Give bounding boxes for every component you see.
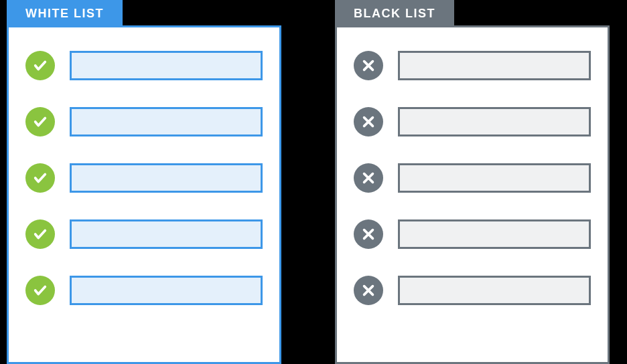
entry-slot: [70, 219, 263, 249]
cross-icon: [354, 51, 383, 80]
black-list-card: [335, 25, 610, 364]
list-item: [354, 276, 591, 305]
list-item: [25, 107, 263, 136]
black-list-tab: BLACK LIST: [335, 0, 454, 27]
entry-slot: [398, 276, 591, 305]
list-item: [25, 276, 263, 305]
white-list-card: [7, 25, 281, 364]
list-item: [354, 107, 591, 136]
black-list-title: BLACK LIST: [354, 7, 435, 20]
entry-slot: [398, 51, 591, 80]
cross-icon: [354, 107, 383, 136]
list-item: [354, 219, 591, 249]
diagram-container: WHITE LIST: [0, 0, 627, 364]
entry-slot: [398, 219, 591, 249]
check-icon: [25, 51, 55, 80]
check-icon: [25, 107, 55, 136]
white-list-title: WHITE LIST: [25, 7, 104, 20]
white-list-panel: WHITE LIST: [7, 0, 281, 364]
cross-icon: [354, 276, 383, 305]
check-icon: [25, 276, 55, 305]
entry-slot: [70, 276, 263, 305]
black-list-panel: BLACK LIST: [335, 0, 610, 364]
entry-slot: [398, 107, 591, 136]
list-item: [354, 51, 591, 80]
cross-icon: [354, 163, 383, 193]
check-icon: [25, 219, 55, 249]
list-item: [25, 51, 263, 80]
white-list-tab: WHITE LIST: [7, 0, 123, 27]
list-item: [25, 163, 263, 193]
entry-slot: [70, 51, 263, 80]
check-icon: [25, 163, 55, 193]
entry-slot: [70, 107, 263, 136]
list-item: [25, 219, 263, 249]
entry-slot: [70, 163, 263, 193]
cross-icon: [354, 219, 383, 249]
list-item: [354, 163, 591, 193]
entry-slot: [398, 163, 591, 193]
